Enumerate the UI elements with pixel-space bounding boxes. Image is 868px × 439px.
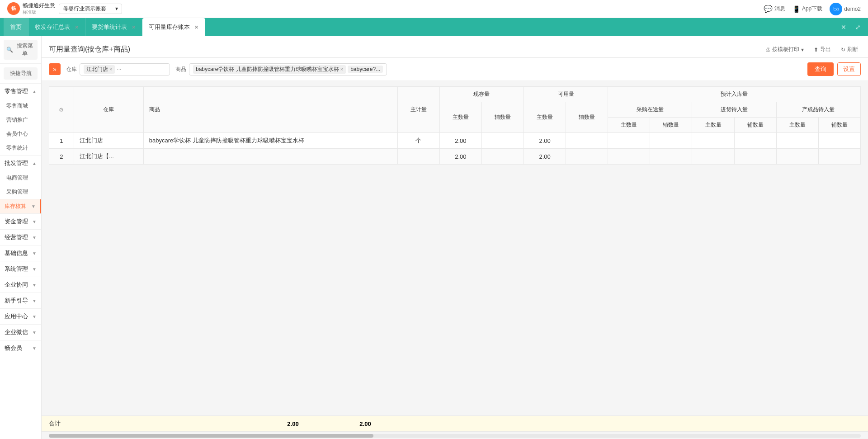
product-input[interactable]: babycare学饮杯 儿童防摔防撞吸管杯重力球吸嘴杯宝宝水杯 × babyca… bbox=[189, 63, 387, 76]
nav-close-btn[interactable]: ✕ bbox=[837, 21, 850, 33]
tab-receive[interactable]: 收发存汇总表 ✕ bbox=[28, 18, 85, 36]
quick-nav-area: 快捷导航 bbox=[0, 64, 41, 84]
sidebar-item-retail-shop[interactable]: 零售商城 bbox=[0, 99, 41, 113]
th-current-main-qty: 主数量 bbox=[439, 102, 481, 133]
sidebar-section-retail-header[interactable]: 零售管理 ▲ bbox=[0, 84, 41, 99]
chevron-icon-3: ▼ bbox=[32, 235, 37, 240]
product-label: 商品 bbox=[175, 66, 186, 73]
table-wrapper: ⚙ 仓库 商品 主计量 现存量 bbox=[42, 81, 868, 415]
template-print-btn[interactable]: 🖨 按模板打印 ▾ bbox=[762, 44, 807, 55]
nav-expand-btn[interactable]: ⤢ bbox=[852, 21, 864, 33]
sidebar-section-inventory: 库存核算 ▼ bbox=[0, 199, 41, 214]
top-bar-right: 💬 消息 📱 App下载 Ea demo2 bbox=[764, 3, 861, 15]
sidebar-section-finance: 资金管理 ▼ bbox=[0, 214, 41, 230]
print-icon: 🖨 bbox=[765, 47, 770, 53]
chevron-icon-8: ▼ bbox=[32, 314, 37, 319]
product-tag-1-close[interactable]: × bbox=[340, 66, 343, 72]
warehouse-more[interactable]: ··· bbox=[117, 66, 121, 72]
chevron-up-icon: ▲ bbox=[32, 89, 37, 94]
tab-stock-close[interactable]: ✕ bbox=[194, 24, 198, 30]
sidebar-section-retail: 零售管理 ▲ 零售商城 营销推广 会员中心 零售统计 bbox=[0, 84, 41, 156]
sidebar-section-basic: 基础信息 ▼ bbox=[0, 245, 41, 261]
query-btn[interactable]: 查询 bbox=[807, 62, 834, 76]
sidebar-section-operation-header[interactable]: 经营管理 ▼ bbox=[0, 230, 41, 245]
tab-home[interactable]: 首页 bbox=[4, 18, 28, 36]
sidebar-item-retail-stats[interactable]: 零售统计 bbox=[0, 141, 41, 155]
th-pa-main: 主数量 bbox=[692, 118, 734, 133]
sidebar-item-marketing[interactable]: 营销推广 bbox=[0, 113, 41, 127]
th-prod-main: 主数量 bbox=[776, 118, 818, 133]
page-header: 可用量查询(按仓库+商品) 🖨 按模板打印 ▾ ⬆ 导出 ↻ 刷新 bbox=[42, 36, 868, 58]
top-bar: 畅 畅捷通好生意 标准版 母婴行业演示账套 ▾ 💬 消息 📱 App下载 Ea … bbox=[0, 0, 868, 18]
sidebar-section-wholesale-header[interactable]: 批发管理 ▲ bbox=[0, 156, 41, 171]
chevron-print-icon: ▾ bbox=[801, 47, 804, 53]
row2-pa-aux bbox=[734, 149, 776, 165]
table-row: 2 江北门店【... 2.00 2.00 bbox=[49, 149, 861, 165]
row1-current-main: 2.00 bbox=[439, 133, 481, 149]
row1-prod-main bbox=[776, 133, 818, 149]
search-menu-btn[interactable]: 🔍 搜索菜单 bbox=[4, 40, 38, 60]
sidebar-item-purchase[interactable]: 采购管理 bbox=[0, 185, 41, 199]
row1-unit: 个 bbox=[397, 133, 439, 149]
sidebar-section-basic-header[interactable]: 基础信息 ▼ bbox=[0, 245, 41, 261]
chevron-icon-9: ▼ bbox=[32, 330, 37, 335]
warehouse-tag-close[interactable]: × bbox=[109, 66, 112, 72]
tab-order-close[interactable]: ✕ bbox=[132, 24, 136, 30]
industry-selector[interactable]: 母婴行业演示账套 ▾ bbox=[59, 4, 122, 14]
sidebar-section-enterprise: 企业协同 ▼ bbox=[0, 277, 41, 293]
sidebar-item-inventory[interactable]: 库存核算 ▼ bbox=[0, 199, 41, 213]
message-btn[interactable]: 💬 消息 bbox=[764, 5, 785, 13]
content-area: 可用量查询(按仓库+商品) 🖨 按模板打印 ▾ ⬆ 导出 ↻ 刷新 » bbox=[42, 36, 868, 439]
chevron-icon-2: ▼ bbox=[32, 219, 37, 224]
th-pa-aux: 辅数量 bbox=[734, 118, 776, 133]
refresh-btn[interactable]: ↻ 刷新 bbox=[838, 44, 861, 55]
tab-receive-close[interactable]: ✕ bbox=[75, 24, 79, 30]
product-tag-2: babycare?... bbox=[348, 66, 383, 73]
filter-expand-btn[interactable]: » bbox=[49, 63, 61, 75]
sidebar-section-system-header[interactable]: 系统管理 ▼ bbox=[0, 261, 41, 277]
gear-icon[interactable]: ⚙ bbox=[59, 107, 64, 113]
logo-text: 畅捷通好生意 bbox=[23, 2, 55, 9]
export-btn[interactable]: ⬆ 导出 bbox=[811, 44, 834, 55]
quick-nav-btn[interactable]: 快捷导航 bbox=[4, 67, 38, 80]
sidebar-section-enterprise-header[interactable]: 企业协同 ▼ bbox=[0, 277, 41, 293]
chevron-icon: ▼ bbox=[31, 204, 36, 209]
tab-stock[interactable]: 可用量库存账本 ✕ bbox=[142, 18, 205, 36]
sidebar-item-ecommerce[interactable]: 电商管理 bbox=[0, 171, 41, 185]
row1-avail-main: 2.00 bbox=[524, 133, 566, 149]
th-product: 商品 bbox=[143, 87, 397, 133]
th-current-stock: 现存量 bbox=[439, 87, 524, 102]
scroll-thumb[interactable] bbox=[49, 434, 373, 438]
sidebar-section-guide: 新手引导 ▼ bbox=[0, 293, 41, 309]
sidebar-section-finance-header[interactable]: 资金管理 ▼ bbox=[0, 214, 41, 229]
sidebar-section-guide-header[interactable]: 新手引导 ▼ bbox=[0, 293, 41, 308]
sidebar-item-member-center[interactable]: 会员中心 bbox=[0, 127, 41, 141]
user-profile[interactable]: Ea demo2 bbox=[830, 3, 861, 15]
sidebar: 🔍 搜索菜单 快捷导航 零售管理 ▲ 零售商城 营销推广 会员中心 bbox=[0, 36, 42, 439]
warehouse-label: 仓库 bbox=[66, 66, 77, 73]
filter-actions: 查询 设置 bbox=[807, 62, 861, 76]
settings-btn[interactable]: 设置 bbox=[837, 62, 861, 76]
sidebar-section-system: 系统管理 ▼ bbox=[0, 261, 41, 277]
th-pt-aux: 辅数量 bbox=[650, 118, 692, 133]
scroll-track[interactable] bbox=[49, 434, 861, 438]
download-icon: 📱 bbox=[793, 5, 800, 13]
warehouse-tag: 江北门店 × bbox=[84, 65, 115, 74]
row2-product bbox=[143, 149, 397, 165]
download-btn[interactable]: 📱 App下载 bbox=[793, 5, 822, 13]
sidebar-section-member-header[interactable]: 畅会员 ▼ bbox=[0, 340, 41, 356]
tab-order[interactable]: 要货单统计表 ✕ bbox=[85, 18, 142, 36]
row1-prod-aux bbox=[818, 133, 860, 149]
th-prod-aux: 辅数量 bbox=[818, 118, 860, 133]
footer-label: 合计 bbox=[49, 420, 103, 428]
sidebar-section-appcenter-header[interactable]: 应用中心 ▼ bbox=[0, 309, 41, 324]
product-tag-1: babycare学饮杯 儿童防摔防撞吸管杯重力球吸嘴杯宝宝水杯 × bbox=[193, 65, 346, 74]
row2-prod-aux bbox=[818, 149, 860, 165]
chevron-icon-10: ▼ bbox=[32, 346, 37, 351]
message-icon: 💬 bbox=[764, 5, 773, 13]
logo-sub: 标准版 bbox=[23, 9, 55, 15]
sidebar-section-wechat-header[interactable]: 企业微信 ▼ bbox=[0, 325, 41, 340]
page-actions: 🖨 按模板打印 ▾ ⬆ 导出 ↻ 刷新 bbox=[762, 44, 861, 55]
th-available-main-qty: 主数量 bbox=[524, 102, 566, 133]
warehouse-input[interactable]: 江北门店 × ··· bbox=[80, 63, 170, 76]
